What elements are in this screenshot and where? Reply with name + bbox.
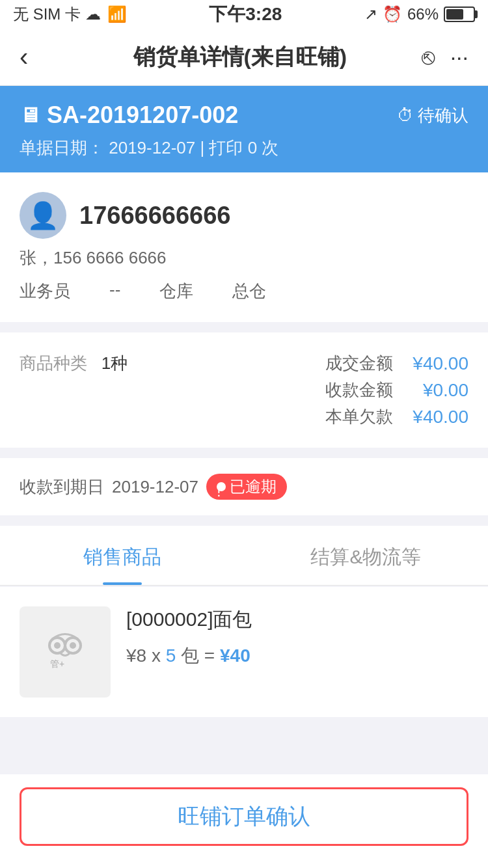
- salesperson-label: 业务员: [20, 280, 70, 303]
- received-value: ¥0.00: [403, 380, 468, 401]
- tabs-section: 销售商品 结算&物流等: [0, 526, 488, 586]
- price-multiply-sign: x: [152, 645, 161, 666]
- svg-text:管+: 管+: [50, 658, 64, 669]
- product-thumb-logo-icon: 管+: [39, 623, 91, 682]
- salesperson-value: --: [109, 280, 120, 303]
- price-total: ¥40: [220, 645, 251, 666]
- order-id-text: SA-20191207-002: [47, 102, 238, 129]
- price-base: ¥8: [126, 645, 146, 666]
- order-meta: 单据日期： 2019-12-07 | 打印 0 次: [20, 137, 468, 159]
- tab-sales-products[interactable]: 销售商品: [0, 526, 244, 585]
- due-date-value: 2019-12-07: [112, 477, 198, 497]
- avatar-icon: 👤: [27, 200, 59, 231]
- tab-settlement-logistics-label: 结算&物流等: [310, 546, 421, 567]
- status-right: ↗ ⏰ 66%: [364, 5, 475, 23]
- warehouse-label: 仓库: [159, 280, 193, 303]
- warehouse-value: 总仓: [232, 280, 266, 303]
- order-id: 🖥 SA-20191207-002: [20, 102, 238, 129]
- customer-name: 张，156 6666 6666: [20, 247, 468, 269]
- battery-percent: 66%: [407, 5, 439, 23]
- due-row: 本单欠款 ¥40.00: [325, 405, 468, 428]
- sim-status: 无 SIM 卡 ☁: [13, 4, 101, 25]
- price-qty: 5: [166, 645, 176, 666]
- product-name: [0000002]面包: [126, 606, 468, 633]
- battery-fill: [446, 9, 463, 20]
- order-id-icon: 🖥: [20, 103, 40, 128]
- amount-label: 成交金额: [325, 352, 393, 375]
- price-equals: =: [204, 645, 215, 666]
- wifi-icon: 📶: [107, 5, 127, 23]
- amount-value: ¥40.00: [403, 353, 468, 374]
- product-info: [0000002]面包 ¥8 x 5 包 = ¥40: [126, 606, 468, 668]
- status-bar: 无 SIM 卡 ☁ 📶 下午3:28 ↗ ⏰ 66%: [0, 0, 488, 29]
- customer-row: 👤 17666666666: [20, 192, 468, 239]
- svg-point-2: [54, 642, 61, 649]
- status-left: 无 SIM 卡 ☁ 📶: [13, 4, 127, 25]
- product-types-value: 1种: [102, 353, 128, 373]
- clock-icon: ⏱: [397, 105, 414, 126]
- header-top-row: 🖥 SA-20191207-002 ⏱ 待确认: [20, 102, 468, 129]
- order-header-card: 🖥 SA-20191207-002 ⏱ 待确认 单据日期： 2019-12-07…: [0, 86, 488, 172]
- received-label: 收款金额: [325, 379, 393, 401]
- price-unit: 包: [181, 645, 199, 666]
- overdue-dot-icon: !: [217, 482, 226, 491]
- alarm-icon: ⏰: [383, 5, 402, 23]
- confirm-order-button[interactable]: 旺铺订单确认: [20, 787, 468, 846]
- tab-settlement-logistics[interactable]: 结算&物流等: [244, 526, 488, 585]
- page-title: 销货单详情(来自旺铺): [133, 42, 347, 72]
- summary-section: 商品种类 1种 成交金额 ¥40.00 收款金额 ¥0.00 本单欠款 ¥40.…: [0, 332, 488, 448]
- status-badge: ⏱ 待确认: [397, 104, 468, 127]
- bottom-bar: 旺铺订单确认: [0, 774, 488, 868]
- product-thumbnail: 管+: [20, 606, 111, 698]
- received-row: 收款金额 ¥0.00: [325, 379, 468, 401]
- product-types-area: 商品种类 1种: [20, 352, 128, 375]
- tab-sales-products-label: 销售商品: [83, 546, 161, 567]
- customer-phone: 17666666666: [79, 202, 230, 230]
- meta-date-label: 单据日期：: [20, 138, 104, 157]
- customer-info-row: 业务员 -- 仓库 总仓: [20, 280, 468, 303]
- meta-print: | 打印 0 次: [200, 138, 278, 157]
- amount-row: 成交金额 ¥40.00: [325, 352, 468, 375]
- nav-bar: ‹ 销货单详情(来自旺铺) ⎋ ···: [0, 29, 488, 86]
- product-types-label: 商品种类: [20, 353, 87, 373]
- tabs-row: 销售商品 结算&物流等: [0, 526, 488, 586]
- overdue-badge: ! 已逾期: [206, 474, 287, 500]
- meta-date-value: 2019-12-07: [109, 138, 195, 157]
- customer-section: 👤 17666666666 张，156 6666 6666 业务员 -- 仓库 …: [0, 172, 488, 322]
- product-section: 管+ [0000002]面包 ¥8 x 5 包 = ¥40: [0, 587, 488, 717]
- svg-point-3: [70, 642, 76, 649]
- due-date-label: 收款到期日: [20, 476, 104, 498]
- due-date-section: 收款到期日 2019-12-07 ! 已逾期: [0, 458, 488, 515]
- location-icon: ↗: [364, 5, 377, 23]
- back-button[interactable]: ‹: [20, 42, 59, 72]
- due-value: ¥40.00: [403, 407, 468, 427]
- more-button[interactable]: ···: [450, 44, 468, 70]
- status-text: 待确认: [418, 104, 468, 127]
- share-button[interactable]: ⎋: [422, 44, 435, 70]
- due-label: 本单欠款: [325, 405, 393, 428]
- overdue-text: 已逾期: [230, 476, 277, 497]
- battery-icon: [444, 7, 475, 22]
- amounts-area: 成交金额 ¥40.00 收款金额 ¥0.00 本单欠款 ¥40.00: [325, 352, 468, 428]
- product-price: ¥8 x 5 包 = ¥40: [126, 644, 468, 668]
- nav-actions: ⎋ ···: [422, 44, 468, 70]
- avatar: 👤: [20, 192, 66, 239]
- status-time: 下午3:28: [209, 2, 282, 27]
